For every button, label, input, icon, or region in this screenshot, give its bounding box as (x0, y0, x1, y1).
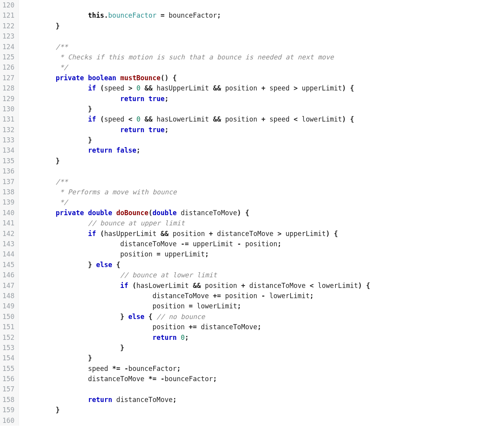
line-number: 149 (2, 301, 15, 311)
token (84, 209, 88, 217)
token (169, 74, 172, 82)
token: double (88, 209, 112, 217)
code-line: */ (24, 197, 370, 207)
line-number: 154 (2, 353, 15, 363)
token: else (128, 313, 145, 321)
token: upperLimit (189, 240, 237, 248)
token: private (56, 74, 84, 82)
token: ) (326, 230, 330, 238)
token: . (104, 11, 108, 19)
token (112, 261, 116, 269)
code-line: this.bounceFactor = bounceFactor; (24, 10, 370, 20)
token: ( (100, 115, 104, 123)
token: lowerLimit (314, 282, 358, 290)
token: distanceToMove (120, 240, 181, 248)
token: distanceToMove (197, 323, 258, 331)
line-number: 151 (2, 322, 15, 332)
token: bounceFactor (165, 375, 213, 383)
code-line: return true; (24, 94, 370, 104)
token: speed (265, 84, 294, 92)
token: && (213, 84, 221, 92)
code-line: position += distanceToMove; (24, 322, 370, 332)
token: position (201, 282, 241, 290)
line-number: 124 (2, 42, 15, 52)
token: ( (148, 209, 152, 217)
token (177, 334, 181, 341)
token (112, 209, 116, 217)
token: - (261, 292, 265, 300)
token (157, 11, 161, 19)
token: } (56, 157, 60, 165)
token (346, 84, 350, 92)
token: = (156, 250, 160, 258)
token: return (120, 95, 144, 103)
token: speed (88, 365, 112, 373)
token: ) (237, 209, 241, 217)
line-number: 144 (2, 249, 15, 259)
token (346, 115, 350, 123)
line-number: 146 (2, 270, 15, 280)
token: // no bounce (157, 313, 205, 321)
code-line: /** (24, 177, 370, 187)
token: } (88, 261, 92, 269)
token: - (124, 365, 128, 373)
token: ; (172, 396, 176, 404)
code-line: speed *= -bounceFactor; (24, 363, 370, 374)
token: 0 (136, 115, 140, 123)
code-line: * Performs a move with bounce (24, 187, 370, 197)
token (96, 230, 100, 238)
code-line: private double doBounce(double distanceT… (24, 208, 370, 218)
code-line (24, 31, 370, 41)
line-number: 150 (2, 312, 15, 322)
line-number: 137 (2, 177, 15, 187)
code-line: /** (24, 42, 370, 52)
token: private (56, 209, 84, 217)
token: position (120, 250, 156, 258)
code-line: // bounce at lower limit (24, 270, 370, 280)
token: *= (148, 375, 156, 383)
token: if (88, 230, 96, 238)
line-number: 134 (2, 145, 15, 155)
token: bounceFactor (108, 11, 157, 19)
token: distanceToMove (177, 209, 237, 217)
code-line: } (24, 135, 370, 145)
code-area[interactable]: this.bounceFactor = bounceFactor; } /** … (19, 0, 370, 426)
line-number: 139 (2, 197, 15, 207)
line-number: 121 (2, 10, 15, 20)
token: && (145, 115, 152, 123)
line-number: 143 (2, 239, 15, 249)
token: hasUpperLimit (104, 230, 160, 238)
token: return (152, 334, 176, 341)
token (145, 313, 148, 321)
line-number: 132 (2, 125, 15, 135)
token: ( (100, 84, 104, 92)
token (112, 146, 116, 154)
token: -= (181, 240, 189, 248)
code-line: position = lowerLimit; (24, 301, 370, 311)
token: + (209, 230, 213, 238)
code-line: } (24, 343, 370, 353)
code-line (24, 384, 370, 394)
line-number: 140 (2, 208, 15, 218)
line-number: 145 (2, 260, 15, 270)
token: ; (165, 95, 169, 103)
token: true (148, 95, 165, 103)
token (96, 115, 100, 123)
line-number: 133 (2, 135, 15, 145)
code-line: distanceToMove += position - lowerLimit; (24, 291, 370, 301)
code-line: if (speed < 0 && hasLowerLimit && positi… (24, 114, 370, 124)
line-number: 156 (2, 374, 15, 384)
token: + (261, 115, 265, 123)
token: + (261, 84, 265, 92)
token: && (161, 230, 169, 238)
token: position (152, 302, 189, 310)
token: position (152, 323, 189, 331)
code-line: } else { (24, 260, 370, 270)
code-line: */ (24, 62, 370, 72)
token: lowerLimit (193, 302, 237, 310)
code-line: // bounce at upper limit (24, 218, 370, 228)
token (132, 115, 136, 123)
token: bounceFactor (128, 365, 177, 373)
token: bounceFactor (165, 11, 217, 19)
token: - (237, 240, 241, 248)
